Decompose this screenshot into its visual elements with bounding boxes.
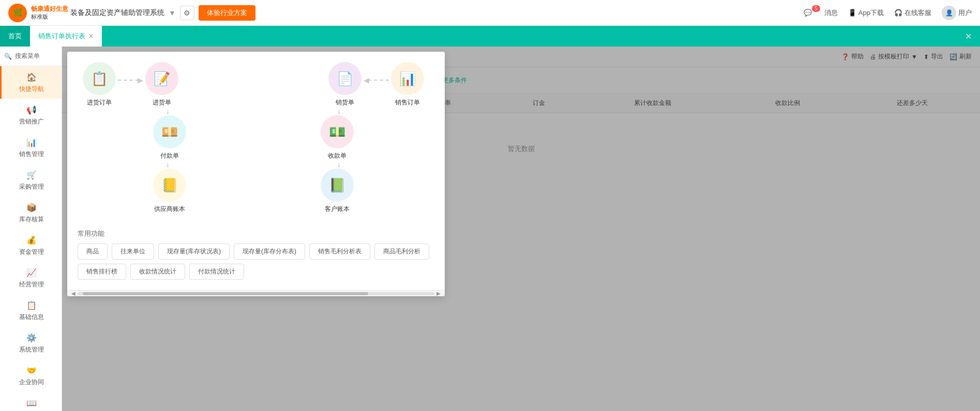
down-arrow-rec: ↓ [321, 160, 341, 169]
payment-bill-node[interactable]: 💴 付款单 [153, 115, 186, 160]
payment-bill-circle: 💴 [153, 115, 186, 148]
sales-bill-label: 销货单 [336, 98, 354, 107]
sidebar-item-guide[interactable]: 📖 新手引导 [0, 392, 62, 411]
close-all-tabs-button[interactable]: ✕ [957, 32, 980, 41]
message-label: 消息 [824, 8, 838, 18]
logo-text: 畅康通好生意 标准版 [31, 5, 68, 21]
brand-edition: 标准版 [31, 13, 68, 20]
func-btn-product[interactable]: 商品 [78, 243, 108, 260]
content-area: ❓ 帮助 🖨 按模板打印 ▼ ⬆ 导出 🔄 刷新 [62, 47, 980, 411]
customer-area: 📗 客户账本 [321, 169, 424, 214]
guide-icon: 📖 [26, 397, 37, 408]
service-label: 在线客服 [904, 8, 931, 18]
arrow-right-icon: ▶ [138, 76, 143, 84]
sidebar-label-system: 系统管理 [19, 345, 44, 354]
func-btn-contacts[interactable]: 往来单位 [112, 243, 154, 260]
top-header: 🌿 畅康通好生意 标准版 装备及固定资产辅助管理系统 ▼ ⚙ 体验行业方案 💬 … [0, 0, 980, 26]
home-icon: 🏠 [26, 71, 37, 83]
scroll-track[interactable] [78, 292, 434, 295]
sales-order-node[interactable]: 📊 销售订单 [391, 62, 424, 107]
sidebar-item-sales[interactable]: 📊 销售管理 [0, 131, 62, 164]
func-buttons-row2: 销售排行榜 收款情况统计 付款情况统计 [78, 264, 434, 280]
sidebar-item-purchase[interactable]: 🛒 采购管理 [0, 164, 62, 196]
system-icon: ⚙️ [26, 332, 37, 343]
search-menu-button[interactable]: 🔍 搜索菜单 [0, 47, 62, 66]
down-arrow-sb: ↓ [321, 107, 341, 115]
customer-ledger-node[interactable]: 📗 客户账本 [321, 169, 354, 214]
purchase-order-circle: 📋 [83, 62, 116, 95]
settings-button[interactable]: ⚙ [180, 6, 194, 20]
func-btn-product-margin[interactable]: 商品毛利分析 [374, 243, 429, 260]
tab-sales-order[interactable]: 销售订单执行表 ✕ [30, 26, 102, 47]
flow-right-row1: 📄 销货单 ◀ 📊 销售订单 [328, 62, 424, 107]
sidebar-item-operations[interactable]: 📈 经营管理 [0, 262, 62, 294]
sales-order-circle: 📊 [391, 62, 424, 95]
user-area[interactable]: 👤 用户 [942, 6, 972, 20]
sidebar-item-marketing[interactable]: 📢 营销推广 [0, 99, 62, 131]
func-btn-stock-dist[interactable]: 现存量(库存分布表) [234, 243, 305, 260]
message-button[interactable]: 💬 5 消息 [804, 8, 838, 18]
purchase-bill-node[interactable]: 📝 进货单 [145, 62, 178, 107]
tab-sales-order-label: 销售订单执行表 [38, 32, 85, 41]
purchase-bill-circle: 📝 [145, 62, 178, 95]
func-btn-sales-rank[interactable]: 销售排行榜 [78, 264, 126, 280]
flow-section: 📋 进货订单 ▶ 📝 进货单 [67, 52, 445, 224]
dropdown-icon[interactable]: ▼ [169, 9, 176, 17]
sidebar-item-enterprise[interactable]: 🤝 企业协同 [0, 359, 62, 392]
search-label: 搜索菜单 [15, 52, 40, 60]
supplier-ledger-label: 供应商账本 [154, 205, 185, 214]
tab-home[interactable]: 首页 [0, 26, 30, 47]
sales-bill-node[interactable]: 📄 销货单 [328, 62, 361, 107]
modal-box: 📋 进货订单 ▶ 📝 进货单 [67, 52, 445, 296]
receipt-bill-node[interactable]: 💵 收款单 [321, 115, 354, 160]
sidebar-label-operations: 经营管理 [19, 280, 44, 289]
header-right: 💬 5 消息 📱 App下载 🎧 在线客服 👤 用户 [804, 6, 972, 20]
func-btn-sales-margin[interactable]: 销售毛利分析表 [309, 243, 370, 260]
online-service-button[interactable]: 🎧 在线客服 [894, 8, 931, 18]
logo-area: 🌿 畅康通好生意 标准版 [8, 4, 70, 22]
flow-row-2: 💴 付款单 💵 收款单 [78, 115, 434, 160]
func-btn-stock-status[interactable]: 现存量(库存状况表) [158, 243, 230, 260]
scroll-left-icon[interactable]: ◀ [71, 291, 76, 296]
scroll-right-icon[interactable]: ▶ [436, 291, 441, 296]
modal-overlay[interactable]: 📋 进货订单 ▶ 📝 进货单 [62, 47, 980, 411]
user-name: 用户 [958, 8, 972, 18]
dashed-line [118, 80, 139, 81]
sidebar-label-purchase: 采购管理 [19, 182, 44, 191]
try-button[interactable]: 体验行业方案 [199, 5, 255, 21]
modal-scrollbar: ◀ ▶ [67, 290, 445, 296]
supplier-ledger-node[interactable]: 📒 供应商账本 [153, 169, 186, 214]
system-name-area: 装备及固定资产辅助管理系统 ▼ ⚙ 体验行业方案 [70, 5, 804, 21]
flow-row-arrows: ↓ ↓ [78, 107, 434, 115]
sidebar-label-enterprise: 企业协同 [19, 378, 44, 387]
down-arrow-left2: ↓ [83, 160, 186, 169]
func-buttons-row1: 商品 往来单位 现存量(库存状况表) 现存量(库存分布表) 销售毛利分析表 商品… [78, 243, 434, 260]
down-arrow-pay: ↓ [166, 160, 186, 169]
sidebar-item-inventory[interactable]: 📦 库存核算 [0, 196, 62, 229]
sidebar-item-basic-info[interactable]: 📋 基础信息 [0, 294, 62, 327]
receipt-bill-circle: 💵 [321, 115, 354, 148]
sales-order-label: 销售订单 [395, 98, 420, 107]
download-icon: 📱 [848, 9, 856, 17]
sidebar-item-finance[interactable]: 💰 资金管理 [0, 229, 62, 262]
sales-icon: 📊 [26, 136, 37, 148]
payment-area: 💴 付款单 [83, 115, 186, 160]
flow-row-1: 📋 进货订单 ▶ 📝 进货单 [78, 62, 434, 107]
purchase-order-node[interactable]: 📋 进货订单 [83, 62, 116, 107]
supplier-area: 📒 供应商账本 [83, 169, 186, 214]
sidebar-label-quick-nav: 快捷导航 [19, 85, 44, 94]
arrow-sb-so: ◀ [364, 76, 389, 84]
func-btn-disbursement-stats[interactable]: 付款情况统计 [189, 264, 244, 280]
purchase-icon: 🛒 [26, 169, 37, 180]
enterprise-icon: 🤝 [26, 364, 37, 376]
sidebar-label-sales: 销售管理 [19, 150, 44, 159]
sidebar-label-finance: 资金管理 [19, 248, 44, 256]
app-download-button[interactable]: 📱 App下载 [848, 8, 884, 18]
sidebar-item-system[interactable]: ⚙️ 系统管理 [0, 327, 62, 359]
tab-close-icon[interactable]: ✕ [88, 33, 94, 40]
func-btn-payment-stats[interactable]: 收款情况统计 [130, 264, 185, 280]
receipt-area: 💵 收款单 [321, 115, 424, 160]
marketing-icon: 📢 [26, 104, 37, 115]
arrow-po-pb: ▶ [118, 76, 143, 84]
sidebar-item-quick-nav[interactable]: 🏠 快捷导航 [0, 66, 62, 99]
